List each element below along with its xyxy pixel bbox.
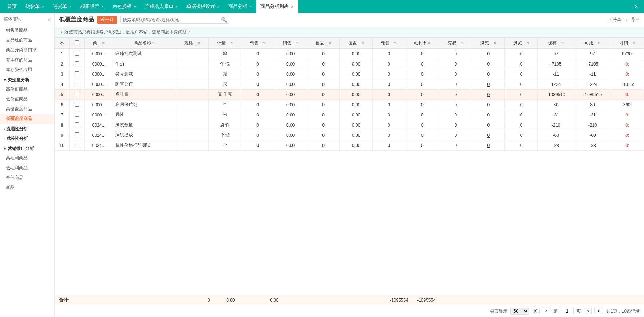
row-browse1[interactable]: 0 — [472, 69, 505, 79]
sidebar-group-growth[interactable]: › 成长性分析 — [0, 134, 54, 143]
page-size-select[interactable]: 50 20 100 — [510, 308, 529, 315]
prev-page-button[interactable]: < — [543, 308, 550, 314]
nav-item-template[interactable]: 单据模板设置 × — [182, 0, 224, 13]
nav-item-product-analysis-list[interactable]: 商品分析列表 × — [256, 0, 298, 13]
row-select-checkbox[interactable] — [75, 102, 79, 107]
close-icon[interactable]: × — [217, 4, 219, 9]
sidebar-item-category-rate[interactable]: 商品分类动销率 — [0, 45, 54, 55]
col-browse2[interactable]: 浏览...⇅ — [505, 38, 538, 49]
search-input[interactable] — [123, 17, 221, 23]
sidebar-group-marketing[interactable]: ∨ 营销推广分析 — [0, 143, 54, 153]
row-current-stock: 80 — [538, 100, 574, 110]
export-button[interactable]: ↩ 导出 — [626, 17, 640, 23]
close-icon[interactable]: × — [134, 4, 136, 9]
close-icon[interactable]: × — [291, 4, 293, 9]
row-select-checkbox[interactable] — [75, 132, 79, 137]
sidebar-item-low-coverage[interactable]: 低覆盖度商品 — [0, 114, 54, 124]
row-select-checkbox[interactable] — [75, 143, 79, 147]
col-sellable[interactable]: 可销...⇅ — [611, 38, 644, 49]
col-available-stock[interactable]: 可用...⇅ — [574, 38, 611, 49]
col-coverage1[interactable]: 覆盖...⇅ — [307, 38, 340, 49]
select-all-checkbox[interactable] — [75, 40, 79, 45]
sidebar-item-new-goods[interactable]: 新品 — [0, 183, 54, 193]
nav-item-purchase[interactable]: 进货单 × — [48, 0, 76, 13]
sidebar-item-capital[interactable]: 库存资金占用 — [0, 65, 54, 75]
row-browse1[interactable]: 0 — [472, 90, 505, 100]
col-transaction[interactable]: 交易...⇅ — [439, 38, 472, 49]
col-name[interactable]: 商品名称⇅ — [113, 38, 176, 49]
sidebar-item-high-margin[interactable]: 高毛利商品 — [0, 153, 54, 163]
next-page-button[interactable]: > — [584, 308, 592, 314]
row-browse1[interactable]: 0 — [472, 100, 505, 110]
row-browse1[interactable]: 0 — [472, 49, 505, 59]
sidebar-item-sales-goods[interactable]: 销售类商品 — [0, 25, 54, 35]
row-browse1[interactable]: 0 — [472, 59, 505, 69]
close-icon[interactable]: × — [102, 4, 104, 9]
nav-item-product-analysis[interactable]: 商品分析 × — [224, 0, 256, 13]
row-checkbox[interactable] — [70, 59, 85, 69]
sidebar-group-coverage[interactable]: ∨ 类别量分析 — [0, 75, 54, 84]
sidebar-collapse-button[interactable]: « — [48, 16, 51, 22]
share-button[interactable]: ↗ 分享 — [608, 17, 621, 23]
nav-item-product-inbound[interactable]: 产成品入库单 × — [141, 0, 182, 13]
col-sales-amount[interactable]: 销售...⇅ — [274, 38, 307, 49]
close-icon[interactable]: × — [250, 4, 252, 9]
row-gross-margin: 0 — [405, 79, 439, 90]
row-select-checkbox[interactable] — [75, 61, 79, 66]
window-close-button[interactable]: × — [631, 3, 641, 11]
row-select-checkbox[interactable] — [75, 92, 79, 96]
row-select-checkbox[interactable] — [75, 122, 79, 127]
row-checkbox[interactable] — [70, 120, 85, 130]
page-number-input[interactable] — [561, 308, 574, 314]
col-code[interactable]: 商...⇅ — [85, 38, 113, 49]
row-browse1[interactable]: 0 — [472, 120, 505, 130]
nav-item-role[interactable]: 角色授权 × — [108, 0, 140, 13]
period-button[interactable]: 近一月 — [97, 16, 117, 24]
sidebar-group-flow[interactable]: › 流通性分析 — [0, 124, 54, 134]
col-sales-other[interactable]: 销售...⇅ — [373, 38, 405, 49]
sidebar-item-in-stock[interactable]: 有库存的商品 — [0, 55, 54, 65]
sidebar-item-low-margin[interactable]: 低毛利商品 — [0, 163, 54, 173]
nav-item-sales[interactable]: 销货单 × — [21, 0, 48, 13]
sidebar-item-high-value[interactable]: 高价值商品 — [0, 84, 54, 94]
row-sales-other: 0 — [373, 59, 405, 69]
col-coverage2[interactable]: 覆盖...⇅ — [340, 38, 373, 49]
row-checkbox[interactable] — [70, 69, 85, 79]
col-settings[interactable]: ⚙ — [55, 38, 70, 49]
col-browse1[interactable]: 浏览...⇅ — [472, 38, 505, 49]
table-row: 1 0000... 旺辅批次测试 箱 0 0.00 0 0.00 0 0 0 0… — [55, 49, 644, 59]
close-icon[interactable]: × — [176, 4, 178, 9]
row-browse1[interactable]: 0 — [472, 110, 505, 120]
export-icon: ↩ — [626, 17, 629, 23]
nav-item-permission[interactable]: 权限设置 × — [76, 0, 108, 13]
row-browse1[interactable]: 0 — [472, 140, 505, 151]
row-checkbox[interactable] — [70, 140, 85, 151]
row-checkbox[interactable] — [70, 79, 85, 90]
row-browse1[interactable]: 0 — [472, 79, 505, 90]
last-page-button[interactable]: >| — [594, 308, 603, 314]
row-browse1[interactable]: 0 — [472, 130, 505, 140]
row-select-checkbox[interactable] — [75, 51, 79, 56]
col-checkbox[interactable] — [70, 38, 85, 49]
sidebar-item-high-coverage[interactable]: 高覆盖度商品 — [0, 104, 54, 114]
sidebar-item-low-value[interactable]: 低价值商品 — [0, 94, 54, 104]
col-sales-qty[interactable]: 销售...⇅ — [242, 38, 274, 49]
col-spec[interactable]: 规格...⇅ — [176, 38, 209, 49]
row-checkbox[interactable] — [70, 100, 85, 110]
row-checkbox[interactable] — [70, 90, 85, 100]
row-select-checkbox[interactable] — [75, 82, 79, 86]
sidebar-item-traded-goods[interactable]: 交易过的商品 — [0, 35, 54, 45]
row-checkbox[interactable] — [70, 130, 85, 140]
col-current-stock[interactable]: 现有...⇅ — [538, 38, 574, 49]
close-icon[interactable]: × — [69, 4, 71, 9]
close-icon[interactable]: × — [42, 4, 44, 9]
col-unit[interactable]: 计量...⇅ — [209, 38, 242, 49]
col-gross-margin[interactable]: 毛利率⇅ — [405, 38, 439, 49]
row-checkbox[interactable] — [70, 49, 85, 59]
nav-item-home[interactable]: 首页 — [3, 0, 21, 13]
first-page-button[interactable]: K — [532, 308, 540, 314]
sidebar-item-all-goods[interactable]: 全部商品 — [0, 173, 54, 183]
row-select-checkbox[interactable] — [75, 71, 79, 76]
row-checkbox[interactable] — [70, 110, 85, 120]
row-select-checkbox[interactable] — [75, 112, 79, 117]
